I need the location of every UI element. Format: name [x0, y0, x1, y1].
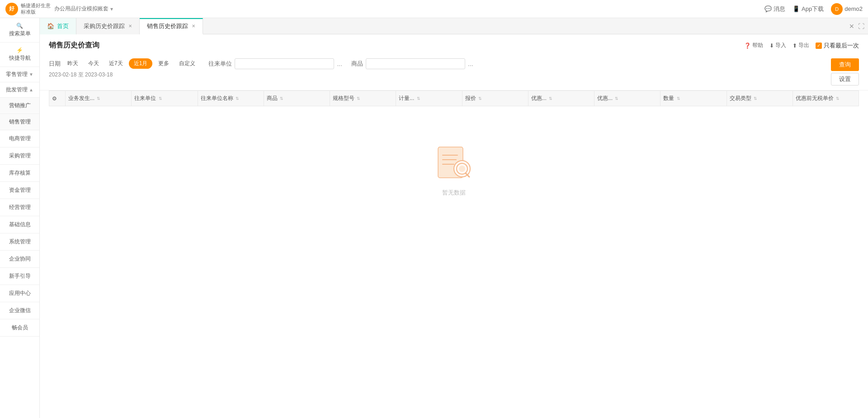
- page-header-row: 销售历史价查询 ❓ 帮助 ⬇ 导入 ⬆ 导出 ✓: [40, 34, 868, 55]
- message-btn[interactable]: 💬 消息: [764, 5, 785, 13]
- tab-close-purchase[interactable]: ✕: [128, 24, 132, 28]
- sidebar-item-corp-wechat[interactable]: 企业微信: [0, 302, 39, 319]
- sidebar-item-enterprise[interactable]: 企业协同: [0, 251, 39, 268]
- svg-point-7: [459, 166, 465, 172]
- filter-action-btns: 查询 设置: [831, 58, 859, 86]
- sidebar-item-search-menu[interactable]: 🔍 搜索菜单: [0, 18, 39, 43]
- sort-icon: ⇅: [236, 96, 239, 101]
- counterparty-filter-group: 往来单位 ...: [208, 58, 342, 69]
- sort-icon: ⇅: [280, 96, 283, 101]
- sort-icon: ⇅: [836, 96, 840, 101]
- counterparty-input[interactable]: [235, 58, 334, 69]
- tab-close-sales[interactable]: ✕: [192, 24, 195, 28]
- counterparty-label: 往来单位: [208, 60, 232, 68]
- message-icon: 💬: [764, 5, 772, 12]
- phone-icon: 📱: [793, 5, 800, 12]
- counterparty-dots-btn[interactable]: ...: [337, 60, 342, 67]
- sort-icon: ⇅: [357, 96, 360, 101]
- help-icon: ❓: [744, 43, 751, 49]
- empty-text: 暂无数据: [442, 189, 466, 197]
- settings-button[interactable]: 设置: [831, 73, 859, 86]
- date-btn-custom[interactable]: 自定义: [175, 58, 199, 69]
- col-gear[interactable]: ⚙: [49, 91, 66, 106]
- tab-bar-actions: ✕ ⛶: [849, 23, 868, 30]
- sidebar-item-sales-mgmt[interactable]: 销售管理: [0, 114, 39, 130]
- col-trade-type[interactable]: 交易类型 ⇅: [726, 91, 793, 106]
- col-quantity[interactable]: 数量 ⇅: [660, 91, 726, 106]
- chevron-up-icon: ▲: [29, 87, 33, 92]
- gear-icon: ⚙: [52, 95, 57, 102]
- empty-icon: [431, 142, 476, 183]
- sidebar-item-basic-info[interactable]: 基础信息: [0, 216, 39, 233]
- user-area[interactable]: D demo2: [831, 3, 863, 15]
- sidebar-item-purchase[interactable]: 采购管理: [0, 147, 39, 165]
- app-download-btn[interactable]: 📱 App下载: [793, 5, 824, 13]
- col-unit[interactable]: 计量... ⇅: [396, 91, 462, 106]
- product-input[interactable]: [366, 58, 465, 69]
- date-label: 日期: [49, 60, 61, 68]
- filter-area: 日期 昨天 今天 近7天 近1月 更多 自定义 2023-02-18 至 202…: [40, 55, 868, 90]
- table-header-row: ⚙ 业务发生... ⇅ 往来单位 ⇅ 往来单位名称: [49, 91, 859, 106]
- checkbox-icon: ✓: [816, 43, 822, 49]
- sidebar-item-operations[interactable]: 经营管理: [0, 199, 39, 216]
- close-tab-action[interactable]: ✕: [849, 23, 854, 30]
- nav-icon: ⚡: [16, 47, 23, 53]
- sidebar-item-membership[interactable]: 畅会员: [0, 319, 39, 337]
- table-wrapper: ⚙ 业务发生... ⇅ 往来单位 ⇅ 往来单位名称: [40, 90, 868, 233]
- date-btn-1month[interactable]: 近1月: [129, 58, 153, 69]
- col-business-date[interactable]: 业务发生... ⇅: [66, 91, 132, 106]
- date-btn-7days[interactable]: 近7天: [105, 58, 127, 69]
- chevron-down-icon[interactable]: ▾: [110, 6, 113, 12]
- tab-bar: 🏠 首页 采购历史价跟踪 ✕ 销售历史价跟踪 ✕ ✕ ⛶: [40, 18, 868, 34]
- export-btn[interactable]: ⬆ 导出: [793, 42, 809, 49]
- date-buttons: 昨天 今天 近7天 近1月 更多 自定义: [63, 58, 199, 69]
- import-icon: ⬇: [769, 43, 774, 49]
- col-pretax-price[interactable]: 优惠前无税单价 ⇅: [793, 91, 859, 106]
- col-product[interactable]: 商品 ⇅: [264, 91, 330, 106]
- logo-icon: 好: [5, 3, 18, 15]
- col-counterparty-name[interactable]: 往来单位名称 ⇅: [198, 91, 264, 106]
- sort-icon: ⇅: [478, 96, 482, 101]
- sidebar-item-finance[interactable]: 资金管理: [0, 182, 39, 199]
- help-btn[interactable]: ❓ 帮助: [744, 42, 763, 49]
- sidebar-item-system-mgmt[interactable]: 系统管理: [0, 233, 39, 251]
- date-btn-yesterday[interactable]: 昨天: [63, 58, 82, 69]
- col-quoted-price[interactable]: 报价 ⇅: [462, 91, 528, 106]
- query-button[interactable]: 查询: [831, 58, 859, 71]
- col-discount1[interactable]: 优惠... ⇅: [528, 91, 594, 106]
- maximize-action[interactable]: ⛶: [858, 23, 864, 30]
- only-last-checkbox-area[interactable]: ✓ 只看最后一次: [816, 42, 859, 50]
- import-btn[interactable]: ⬇ 导入: [769, 42, 786, 49]
- export-icon: ⬆: [793, 43, 797, 49]
- col-discount2[interactable]: 优惠... ⇅: [594, 91, 660, 106]
- sort-icon: ⇅: [417, 96, 420, 101]
- data-table: ⚙ 业务发生... ⇅ 往来单位 ⇅ 往来单位名称: [49, 90, 859, 106]
- logo-text: 畅捷通好生意 标准版: [21, 3, 51, 14]
- col-counterparty-code[interactable]: 往来单位 ⇅: [132, 91, 198, 106]
- sidebar-item-quick-nav[interactable]: ⚡ 快捷导航: [0, 43, 39, 67]
- product-label: 商品: [351, 60, 363, 68]
- product-dots-btn[interactable]: ...: [468, 60, 473, 67]
- sidebar-item-ecommerce[interactable]: 电商管理: [0, 130, 39, 147]
- top-bar-left: 好 畅捷通好生意 标准版 办公用品行业模拟账套 ▾: [5, 3, 113, 15]
- logo-area: 好 畅捷通好生意 标准版: [5, 3, 51, 15]
- avatar: D: [831, 3, 843, 15]
- breadcrumb: 办公用品行业模拟账套 ▾: [54, 5, 113, 13]
- content-area: 🏠 首页 采购历史价跟踪 ✕ 销售历史价跟踪 ✕ ✕ ⛶ 销售历史价查询: [40, 18, 868, 418]
- sidebar-item-inventory[interactable]: 库存核算: [0, 165, 39, 182]
- sidebar-item-marketing[interactable]: 营销推广: [0, 98, 39, 114]
- sidebar-item-retail-mgmt[interactable]: 零售管理 ▼: [0, 67, 39, 82]
- tab-purchase-history[interactable]: 采购历史价跟踪 ✕: [76, 18, 140, 34]
- sort-icon: ⇅: [549, 96, 552, 101]
- sort-icon: ⇅: [677, 96, 680, 101]
- sidebar-item-app-center[interactable]: 应用中心: [0, 285, 39, 302]
- date-btn-today[interactable]: 今天: [84, 58, 103, 69]
- sort-icon: ⇅: [754, 96, 757, 101]
- date-btn-more[interactable]: 更多: [154, 58, 173, 69]
- sidebar-item-wholesale-mgmt[interactable]: 批发管理 ▲: [0, 82, 39, 98]
- empty-state: 暂无数据: [49, 106, 859, 233]
- tab-sales-history[interactable]: 销售历史价跟踪 ✕: [140, 18, 203, 34]
- sidebar-item-newbie[interactable]: 新手引导: [0, 268, 39, 285]
- col-spec[interactable]: 规格型号 ⇅: [330, 91, 396, 106]
- tab-home[interactable]: 🏠 首页: [40, 18, 76, 34]
